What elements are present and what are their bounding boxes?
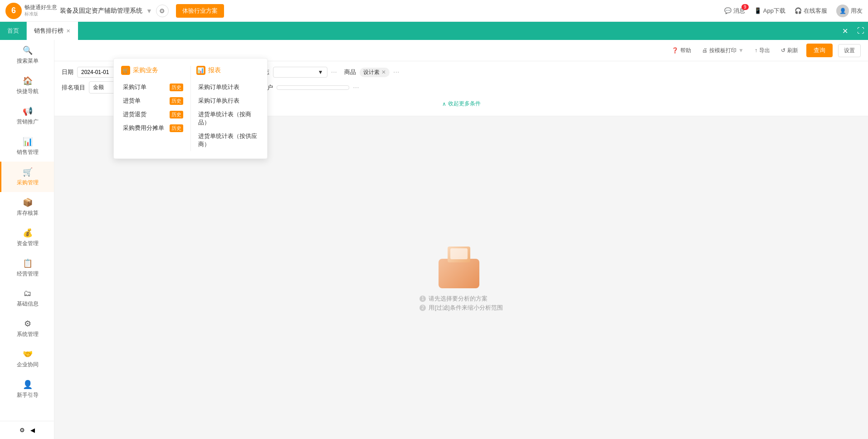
- dropdown-item-po[interactable]: 采购订单 历史: [121, 80, 185, 94]
- history-badge-expense: 历史: [170, 124, 183, 132]
- main-layout: 🔍 搜索菜单 🏠 快捷导航 📢 营销推广 📊 销售管理 🛒 采购管理 📦 库存核…: [0, 40, 868, 439]
- dropdown-panel: 🛒 采购业务 采购订单 历史 进货单 历史 进货退货: [113, 58, 268, 159]
- print-label: 按模板打印: [709, 47, 736, 54]
- purchase-col-icon: 🛒: [121, 66, 130, 75]
- settings-button[interactable]: 设置: [838, 44, 861, 57]
- print-btn[interactable]: 🖨 按模板打印 ▼: [699, 45, 746, 56]
- sidebar-settings-icon[interactable]: ⚙: [20, 427, 25, 434]
- app-label: App下载: [763, 7, 785, 15]
- dropdown-item-po-exec[interactable]: 采购订单执行表: [196, 94, 260, 108]
- empty-line-2: 2 用[过滤]条件来缩小分析范围: [419, 304, 502, 312]
- logo-area: 6 畅捷通好生意 标准版: [5, 3, 60, 19]
- message-item[interactable]: 💬 消息 9: [724, 7, 745, 15]
- topbar-right: 💬 消息 9 📱 App下载 🎧 在线客服 👤 用友: [724, 5, 863, 17]
- purchase-col-title: 🛒 采购业务: [121, 66, 185, 75]
- dropdown-col-report: 📊 报表 采购订单统计表 采购订单执行表 进货单统计表（按商品）: [196, 66, 260, 151]
- print-arrow: ▼: [738, 47, 744, 54]
- export-btn[interactable]: ↑ 导出: [752, 45, 773, 56]
- purchase-icon: 🛒: [23, 167, 33, 177]
- goods-tag-close[interactable]: ✕: [381, 69, 386, 75]
- sidebar-item-operation[interactable]: 📋 经营管理: [0, 253, 54, 283]
- col-divider: [190, 66, 191, 151]
- empty-illustration: [434, 243, 488, 288]
- customer-select[interactable]: [277, 85, 349, 90]
- industry-button[interactable]: 体验行业方案: [176, 4, 224, 18]
- tabbar-close-icon[interactable]: ✕: [837, 27, 853, 35]
- message-badge: 9: [741, 4, 749, 10]
- sidebar-item-guide[interactable]: 👤 新手引导: [0, 374, 54, 404]
- dropdown-columns: 🛒 采购业务 采购订单 历史 进货单 历史 进货退货: [121, 66, 260, 151]
- sidebar-item-marketing[interactable]: 📢 营销推广: [0, 101, 54, 131]
- status-dots[interactable]: ···: [331, 68, 337, 76]
- status-select-arrow: ▼: [318, 69, 323, 75]
- empty-text: 1 请先选择要分析的方案 2 用[过滤]条件来缩小分析范围: [419, 294, 502, 313]
- enterprise-icon: 🤝: [23, 349, 33, 359]
- service-item[interactable]: 🎧 在线客服: [795, 7, 827, 15]
- sidebar-sales-label: 销售管理: [17, 148, 39, 156]
- search-icon: 🔍: [23, 45, 33, 55]
- goods-label: 商品: [344, 68, 356, 76]
- history-badge-purchase: 历史: [170, 97, 183, 105]
- topbar: 6 畅捷通好生意 标准版 装备及固定资产辅助管理系统 ▼ ⚙ 体验行业方案 💬 …: [0, 0, 868, 22]
- help-icon: ❓: [672, 47, 678, 54]
- tab-home[interactable]: 首页: [0, 22, 27, 40]
- query-button[interactable]: 查询: [806, 44, 833, 57]
- sales-icon: 📊: [23, 137, 33, 147]
- refresh-label: 刷新: [787, 47, 798, 54]
- basic-icon: 🗂: [24, 289, 32, 298]
- phone-icon: 📱: [754, 7, 761, 14]
- marketing-icon: 📢: [23, 106, 33, 116]
- finance-icon: 💰: [23, 228, 33, 238]
- home-icon: 🏠: [23, 76, 33, 86]
- service-label: 在线客服: [804, 7, 827, 15]
- help-btn[interactable]: ❓ 帮助: [669, 45, 694, 56]
- dropdown-item-po-stat[interactable]: 采购订单统计表: [196, 80, 260, 94]
- empty-dot-2: 2: [419, 305, 426, 311]
- logo-icon: 6: [5, 3, 22, 19]
- date-label: 日期: [62, 68, 73, 76]
- system-dropdown-arrow[interactable]: ▼: [146, 7, 152, 15]
- operation-icon: 📋: [23, 258, 33, 268]
- empty-line-1: 1 请先选择要分析的方案: [419, 295, 502, 303]
- sidebar-inventory-label: 库存核算: [17, 209, 39, 217]
- refresh-btn[interactable]: ↺ 刷新: [778, 45, 801, 56]
- tabbar-expand-icon[interactable]: ⛶: [853, 27, 868, 35]
- user-label: 用友: [851, 7, 863, 15]
- sidebar-guide-label: 新手引导: [17, 391, 39, 399]
- dropdown-item-purchase-order[interactable]: 进货单 历史: [121, 94, 185, 108]
- filter-customer: 客户 ···: [261, 84, 359, 92]
- dropdown-item-expense[interactable]: 采购费用分摊单 历史: [121, 121, 185, 135]
- sidebar-item-sales[interactable]: 📊 销售管理: [0, 131, 54, 162]
- sidebar-search-label: 搜索菜单: [17, 57, 39, 65]
- tabbar: 首页 销售排行榜 ✕ ✕ ⛶: [0, 22, 868, 40]
- sidebar-enterprise-label: 企业协同: [17, 361, 39, 369]
- tab-close-icon[interactable]: ✕: [66, 28, 70, 34]
- dropdown-item-purchase-by-supplier[interactable]: 进货单统计表（按供应商）: [196, 129, 260, 151]
- sidebar-collapse-icon[interactable]: ◀: [30, 427, 35, 434]
- system-title-area: 装备及固定资产辅助管理系统 ▼ ⚙ 体验行业方案: [60, 4, 224, 18]
- status-select[interactable]: ▼: [273, 67, 327, 78]
- rank-label: 排名项目: [62, 84, 85, 92]
- guide-icon: 👤: [23, 380, 33, 390]
- sidebar-item-basic[interactable]: 🗂 基础信息: [0, 283, 54, 313]
- sidebar-item-search[interactable]: 🔍 搜索菜单: [0, 40, 54, 70]
- tab-sales-rank[interactable]: 销售排行榜 ✕: [27, 22, 78, 40]
- customer-dots[interactable]: ···: [353, 84, 359, 92]
- system-icon: ⚙: [24, 319, 31, 329]
- app-download-item[interactable]: 📱 App下载: [754, 7, 785, 15]
- goods-dots[interactable]: ···: [393, 68, 399, 76]
- sidebar-item-enterprise[interactable]: 🤝 企业协同: [0, 344, 54, 374]
- user-item[interactable]: 👤 用友: [836, 5, 863, 17]
- system-gear-btn[interactable]: ⚙: [156, 5, 169, 17]
- sidebar-item-finance[interactable]: 💰 资金管理: [0, 222, 54, 253]
- sidebar-item-system[interactable]: ⚙ 系统管理: [0, 313, 54, 344]
- sidebar-item-purchase[interactable]: 🛒 采购管理: [0, 162, 54, 192]
- sidebar-item-quick[interactable]: 🏠 快捷导航: [0, 70, 54, 101]
- sidebar-quick-label: 快捷导航: [17, 88, 39, 95]
- dropdown-item-purchase-by-goods[interactable]: 进货单统计表（按商品）: [196, 108, 260, 129]
- sidebar-item-inventory[interactable]: 📦 库存核算: [0, 192, 54, 222]
- dropdown-item-return[interactable]: 进货退货 历史: [121, 108, 185, 121]
- refresh-icon: ↺: [781, 47, 785, 54]
- main-content: ❓ 帮助 🖨 按模板打印 ▼ ↑ 导出 ↺ 刷新 查询 设置 日: [54, 40, 868, 439]
- sidebar-marketing-label: 营销推广: [17, 118, 39, 126]
